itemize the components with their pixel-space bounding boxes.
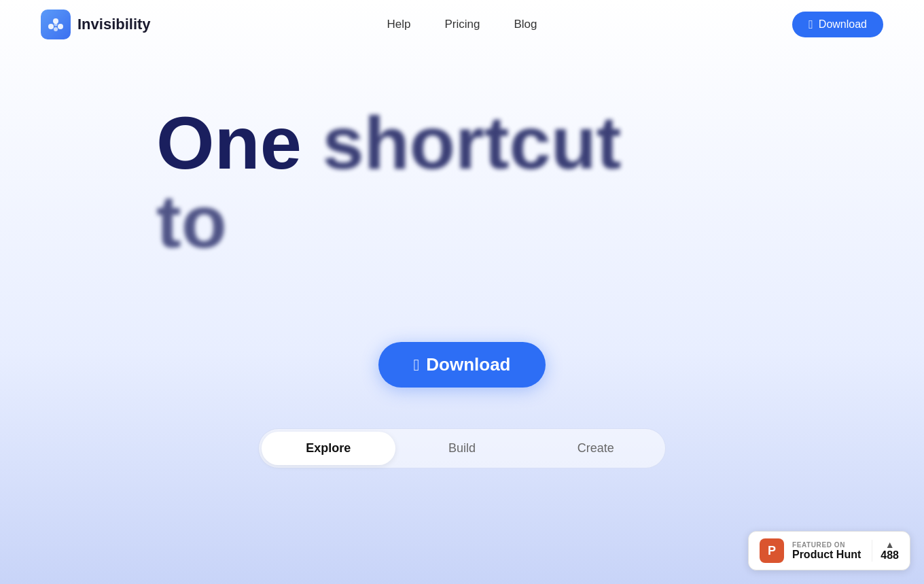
logo-name: Invisibility bbox=[77, 16, 151, 33]
cta-section:  Download bbox=[378, 342, 546, 388]
logo-icon bbox=[41, 10, 71, 39]
tab-create[interactable]: Create bbox=[529, 432, 662, 465]
product-hunt-votes: ▲ 488 bbox=[872, 540, 899, 562]
product-hunt-text: FEATURED ON Product Hunt bbox=[792, 541, 861, 561]
tab-build[interactable]: Build bbox=[395, 432, 529, 465]
nav-link-blog[interactable]: Blog bbox=[514, 18, 537, 31]
nav-download-label: Download bbox=[819, 18, 867, 31]
tabs-container: Explore Build Create bbox=[258, 428, 666, 468]
hero-line1: One shortcut bbox=[156, 103, 768, 182]
tabs-section: Explore Build Create bbox=[258, 428, 666, 468]
product-hunt-badge[interactable]: P FEATURED ON Product Hunt ▲ 488 bbox=[748, 531, 910, 570]
vote-count: 488 bbox=[881, 549, 899, 562]
product-hunt-name: Product Hunt bbox=[792, 549, 861, 561]
hero-section: One shortcut to  Download Explore Build… bbox=[0, 49, 924, 468]
hero-heading: One shortcut to bbox=[156, 103, 768, 260]
product-hunt-featured-label: FEATURED ON bbox=[792, 541, 861, 549]
hero-line2: to bbox=[156, 182, 768, 261]
hero-line1-blur: shortcut bbox=[323, 103, 622, 182]
cta-download-label: Download bbox=[426, 354, 510, 375]
nav-link-help[interactable]: Help bbox=[387, 18, 411, 31]
tab-explore[interactable]: Explore bbox=[262, 432, 395, 465]
cta-apple-icon:  bbox=[414, 357, 420, 373]
svg-point-4 bbox=[54, 23, 58, 27]
svg-point-2 bbox=[58, 24, 63, 29]
logo[interactable]: Invisibility bbox=[41, 10, 151, 39]
svg-point-3 bbox=[54, 27, 58, 31]
nav-link-pricing[interactable]: Pricing bbox=[444, 18, 480, 31]
upvote-arrow: ▲ bbox=[885, 540, 895, 549]
nav-download-button[interactable]:  Download bbox=[792, 12, 883, 37]
product-hunt-logo: P bbox=[760, 538, 784, 563]
navbar: Invisibility Help Pricing Blog  Downloa… bbox=[0, 0, 924, 49]
cta-download-button[interactable]:  Download bbox=[378, 342, 546, 388]
hero-line1-start: One bbox=[156, 101, 323, 184]
apple-icon:  bbox=[808, 18, 813, 31]
nav-links: Help Pricing Blog bbox=[387, 18, 537, 31]
svg-point-1 bbox=[48, 24, 54, 29]
